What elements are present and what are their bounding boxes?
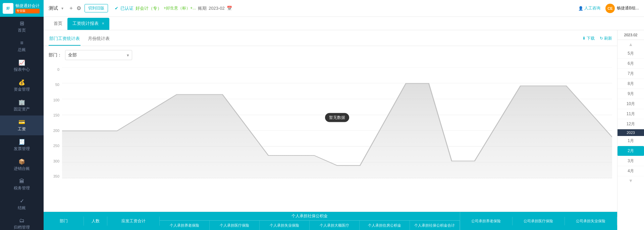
month-item-8[interactable]: 8月 (618, 79, 644, 89)
refresh-button[interactable]: ↻ 刷新 (600, 36, 612, 41)
dept-filter-label: 部门： (49, 52, 62, 58)
chart-area: 350 300 250 200 150 100 50 0 (49, 67, 612, 188)
sidebar-item-label: 资金管理 (14, 87, 30, 92)
th-personal-insurance-group: 个人承担社保公积金 (160, 212, 460, 221)
sidebar-item-reports[interactable]: 📈 报表中心 (0, 56, 44, 76)
th-personal-insurance-total: 个人承担社保公积金合计 (410, 221, 460, 230)
salary-icon: 💳 (18, 119, 25, 125)
tax-icon: 🏛 (19, 178, 24, 184)
ledger-icon: ≡ (20, 40, 23, 46)
sidebar-item-invoice[interactable]: 🧾 发票管理 (0, 135, 44, 155)
logo-icon: 好 (3, 3, 13, 14)
sidebar-item-label: 工资 (18, 126, 26, 132)
switch-mode-button[interactable]: 切到旧版 (85, 4, 108, 12)
sidebar-item-label: 结账 (18, 205, 26, 211)
th-company-pension: 公司承担养老保险 (460, 217, 513, 225)
funds-icon: 💰 (18, 79, 25, 86)
sub-tabs: 部门工资统计表 月份统计表 ⬇ 下载 ↻ 刷新 (44, 30, 617, 46)
month-nav-down[interactable]: ▼ (618, 176, 644, 185)
y-label-0: 0 (57, 67, 59, 72)
sidebar: 好 畅捷通好会计 专业版 ⊞ 首页 ≡ 总账 📈 报表中心 💰 资金管理 🏢 固… (0, 0, 44, 230)
sidebar-item-inventory[interactable]: 📦 进销台账 (0, 155, 44, 175)
th-personal-medical: 个人承担医疗保险 (210, 221, 260, 230)
month-item-12[interactable]: 12月 (618, 119, 644, 129)
sidebar-item-assets[interactable]: 🏢 固定资产 (0, 96, 44, 116)
th-company-medical: 公司承担医疗保险 (513, 217, 565, 225)
y-label-300: 300 (53, 159, 59, 163)
month-item-2-active[interactable]: 2月 (618, 146, 644, 156)
th-company-unemployment: 公司承担失业保险 (565, 217, 617, 225)
assets-icon: 🏢 (18, 99, 25, 105)
topbar-dropdown-arrow[interactable]: ▾ (61, 6, 63, 11)
month-item-10[interactable]: 10月 (618, 99, 644, 109)
month-item-3[interactable]: 3月 (618, 156, 644, 166)
good-acct-badge: 好会计（专） (136, 5, 162, 11)
certified-badge: 已认证 (120, 5, 133, 11)
y-label-150: 150 (53, 113, 59, 117)
invoice-icon: 🧾 (18, 139, 25, 145)
sidebar-item-label: 进销台账 (14, 166, 30, 172)
month-item-9[interactable]: 9月 (618, 89, 644, 99)
tabbar: 首页 工资统计报表 × (44, 17, 644, 30)
tab-close-icon[interactable]: × (102, 21, 104, 26)
th-personal-unemployment: 个人承担失业保险 (260, 221, 310, 230)
logo-badge: 专业版 (15, 9, 40, 13)
period-label: 账期 (198, 5, 207, 11)
dept-filter-value: 全部 (68, 52, 77, 58)
sidebar-item-close[interactable]: ✓ 结账 (0, 194, 44, 214)
sidebar-item-home[interactable]: ⊞ 首页 (0, 17, 44, 37)
user-info: CE 畅捷通B组... (605, 4, 639, 13)
month-item-5[interactable]: 5月 (618, 49, 644, 59)
sidebar-item-tax[interactable]: 🏛 税务管理 (0, 175, 44, 194)
th-personal-housing-fund: 个人承担住房公积金 (360, 221, 410, 230)
inventory-icon: 📦 (18, 158, 25, 165)
tab-home[interactable]: 首页 (49, 18, 67, 30)
topbar-right: 👤 人工咨询 CE 畅捷通B组... (578, 4, 639, 13)
download-button[interactable]: ⬇ 下载 (582, 36, 595, 41)
svg-marker-8 (62, 83, 612, 178)
business-badge: +好生意（标）+... (164, 5, 196, 11)
user-service-button[interactable]: 👤 人工咨询 (578, 5, 600, 11)
chart-svg-area: 暂无数据 (62, 67, 612, 178)
month-item-1[interactable]: 1月 (618, 136, 644, 146)
sidebar-item-funds[interactable]: 💰 资金管理 (0, 76, 44, 96)
sidebar-nav: ⊞ 首页 ≡ 总账 📈 报表中心 💰 资金管理 🏢 固定资产 💳 工资 🧾 发票… (0, 17, 44, 230)
topbar-icon-group: ＋ ⚙ (68, 5, 81, 12)
topbar-add-icon[interactable]: ＋ (68, 5, 74, 12)
month-item-4[interactable]: 4月 (618, 166, 644, 176)
period-value: 2023-02 (209, 6, 225, 11)
sidebar-item-label: 归档管理 (14, 225, 30, 230)
sub-tab-dept[interactable]: 部门工资统计表 (49, 34, 80, 46)
y-label-250: 250 (53, 144, 59, 148)
th-personal-pension: 个人承担养老保险 (160, 221, 210, 230)
sub-tab-month[interactable]: 月份统计表 (87, 34, 110, 46)
date-display[interactable]: 2023.02 (618, 30, 644, 40)
chevron-down-icon: ▾ (127, 53, 129, 58)
sidebar-item-salary[interactable]: 💳 工资 (0, 116, 44, 135)
month-item-7[interactable]: 7月 (618, 69, 644, 79)
chart-container: 350 300 250 200 150 100 50 0 (44, 64, 617, 212)
calendar-icon[interactable]: 📅 (227, 6, 232, 11)
sidebar-item-label: 总账 (18, 47, 26, 53)
topbar-settings-icon[interactable]: ⚙ (76, 5, 81, 11)
month-nav-up[interactable]: ▲ (618, 40, 644, 49)
month-item-11[interactable]: 11月 (618, 109, 644, 119)
sidebar-item-label: 发票管理 (14, 146, 30, 152)
logo-text: 畅捷通好会计 专业版 (15, 3, 40, 13)
topbar: 测试 ▾ ＋ ⚙ 切到旧版 ✔ 已认证 好会计（专） +好生意（标）+... 账… (44, 0, 644, 17)
sidebar-item-ledger[interactable]: ≡ 总账 (0, 37, 44, 56)
sidebar-item-label: 税务管理 (14, 185, 30, 191)
sidebar-logo: 好 畅捷通好会计 专业版 (0, 0, 44, 17)
dept-filter-select[interactable]: 全部 ▾ (65, 50, 132, 60)
right-panel: 2023.02 ▲ 5月 6月 7月 8月 9月 10月 11月 12月 202… (617, 30, 644, 230)
user-name[interactable]: 畅捷通B组... (617, 5, 639, 11)
sidebar-item-archive[interactable]: 🗂 归档管理 (0, 214, 44, 230)
tab-salary-report[interactable]: 工资统计报表 × (67, 18, 109, 30)
month-item-6[interactable]: 6月 (618, 59, 644, 69)
content-area: 部门工资统计表 月份统计表 ⬇ 下载 ↻ 刷新 部门： 全部 (44, 30, 644, 230)
th-total-salary: 应发工资合计 (107, 217, 160, 226)
main-area: 测试 ▾ ＋ ⚙ 切到旧版 ✔ 已认证 好会计（专） +好生意（标）+... 账… (44, 0, 644, 230)
sidebar-item-label: 首页 (18, 28, 26, 33)
content-main: 部门工资统计表 月份统计表 ⬇ 下载 ↻ 刷新 部门： 全部 (44, 30, 617, 230)
th-personal-major-medical: 个人承担大额医疗 (310, 221, 360, 230)
